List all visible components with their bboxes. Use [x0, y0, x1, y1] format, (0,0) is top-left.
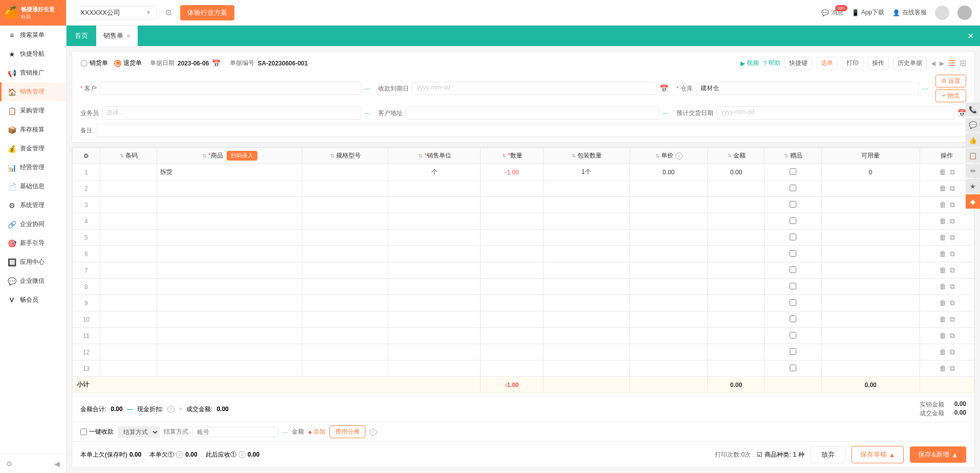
row-gift[interactable]	[765, 311, 821, 328]
row-gift[interactable]	[765, 246, 821, 262]
row-product[interactable]	[157, 311, 302, 328]
video-link[interactable]: ▶ 视频	[741, 59, 759, 67]
sidebar-item-ops[interactable]: 📊 经营管理	[0, 158, 66, 177]
print-btn[interactable]: 打印	[842, 57, 863, 70]
copy-row-btn[interactable]: ⧉	[949, 216, 956, 227]
history-btn[interactable]: 历史单据	[893, 57, 927, 70]
row-qty[interactable]	[481, 311, 543, 328]
copy-row-btn[interactable]: ⧉	[949, 330, 956, 341]
row-gift[interactable]	[765, 164, 821, 181]
row-product[interactable]	[157, 262, 302, 279]
account-input[interactable]	[192, 427, 278, 437]
row-spec[interactable]	[302, 361, 388, 377]
gift-checkbox[interactable]	[790, 316, 796, 322]
copy-row-btn[interactable]: ⧉	[949, 183, 956, 194]
row-amount[interactable]	[708, 295, 765, 311]
row-gift[interactable]	[765, 344, 821, 361]
sidebar-item-fund[interactable]: 💰 资金管理	[0, 139, 66, 158]
sidebar-item-quicknav[interactable]: ★ 快捷导航	[0, 44, 66, 63]
row-barcode[interactable]	[100, 295, 157, 311]
row-qty[interactable]	[481, 213, 543, 230]
row-pkg-qty[interactable]	[543, 246, 629, 262]
row-pkg-qty[interactable]	[543, 311, 629, 328]
gift-checkbox[interactable]	[790, 250, 796, 257]
row-product[interactable]	[157, 181, 302, 197]
row-pkg-qty[interactable]	[543, 197, 629, 213]
row-unit[interactable]	[388, 328, 481, 344]
row-spec[interactable]	[302, 279, 388, 295]
sidebar-item-corpwx[interactable]: 💬 企业微信	[0, 272, 66, 290]
row-qty[interactable]	[481, 328, 543, 344]
row-amount[interactable]	[708, 197, 765, 213]
row-gift[interactable]	[765, 361, 821, 377]
row-gift[interactable]	[765, 213, 821, 230]
row-barcode[interactable]	[100, 361, 157, 377]
row-barcode[interactable]	[100, 164, 157, 181]
row-pkg-qty[interactable]	[543, 262, 629, 279]
row-product[interactable]	[157, 295, 302, 311]
prev-icon[interactable]: ◀	[931, 60, 935, 67]
float-icon-orange[interactable]: ◆	[966, 194, 980, 209]
select-order-btn[interactable]: 选单	[816, 57, 838, 70]
row-pkg-qty[interactable]	[543, 328, 629, 344]
row-qty[interactable]	[481, 197, 543, 213]
row-gift[interactable]	[765, 181, 821, 197]
row-product[interactable]	[157, 328, 302, 344]
sidebar-item-sys[interactable]: ⚙ 系统管理	[0, 196, 66, 215]
copy-row-btn[interactable]: ⧉	[949, 199, 956, 210]
row-unit[interactable]	[388, 311, 481, 328]
radio-sales-order[interactable]: 销货单	[80, 59, 108, 67]
delete-row-btn[interactable]: 🗑	[938, 216, 947, 226]
sidebar-item-marketing[interactable]: 📢 营销推广	[0, 63, 66, 82]
row-unit-price[interactable]: 0.00	[629, 164, 708, 181]
row-barcode[interactable]	[100, 181, 157, 197]
tab-close-icon[interactable]: ✕	[126, 33, 130, 39]
copy-row-btn[interactable]: ⧉	[949, 249, 956, 259]
copy-row-btn[interactable]: ⧉	[949, 281, 956, 292]
row-unit-price[interactable]	[629, 344, 708, 361]
customer-address-input[interactable]	[406, 106, 659, 120]
row-pkg-qty[interactable]	[543, 181, 629, 197]
sidebar-item-guide[interactable]: 🎯 新手引导	[0, 234, 66, 253]
gift-checkbox[interactable]	[790, 185, 796, 191]
remarks-input[interactable]	[96, 124, 966, 137]
gift-checkbox[interactable]	[790, 348, 796, 355]
row-qty[interactable]	[481, 230, 543, 246]
row-pkg-qty[interactable]	[543, 295, 629, 311]
row-product[interactable]	[157, 197, 302, 213]
row-spec[interactable]	[302, 311, 388, 328]
row-unit-price[interactable]	[629, 213, 708, 230]
th-settings[interactable]: ⚙	[73, 148, 100, 164]
delete-row-btn[interactable]: 🗑	[938, 330, 947, 341]
copy-row-btn[interactable]: ⧉	[949, 363, 956, 374]
delete-row-btn[interactable]: 🗑	[938, 314, 947, 324]
copy-row-btn[interactable]: ⧉	[949, 167, 956, 177]
app-download-button[interactable]: 📱 App下载	[852, 8, 884, 17]
save-new-button[interactable]: 保存&新增 ▲	[910, 446, 966, 463]
float-icon-phone[interactable]: 📞	[966, 102, 980, 117]
one-click-checkbox[interactable]	[80, 429, 87, 435]
row-qty[interactable]	[481, 181, 543, 197]
row-qty[interactable]	[481, 279, 543, 295]
address-dots[interactable]: ···	[662, 109, 668, 117]
row-unit-price[interactable]	[629, 295, 708, 311]
sidebar-item-stock[interactable]: 📦 库存核算	[0, 120, 66, 139]
operate-btn[interactable]: 操作	[867, 57, 889, 70]
gift-checkbox[interactable]	[790, 168, 796, 175]
row-gift[interactable]	[765, 230, 821, 246]
row-amount[interactable]	[708, 328, 765, 344]
message-button[interactable]: 💬 消息 99+	[821, 8, 843, 17]
row-amount[interactable]	[708, 262, 765, 279]
row-product[interactable]	[157, 344, 302, 361]
delete-row-btn[interactable]: 🗑	[938, 199, 947, 210]
checkbox-product-type[interactable]: ☑	[757, 451, 763, 458]
row-qty[interactable]	[481, 344, 543, 361]
row-gift[interactable]	[765, 197, 821, 213]
payment-due-input[interactable]: yyyy-mm-dd	[412, 82, 656, 95]
row-gift[interactable]	[765, 295, 821, 311]
row-unit-price[interactable]	[629, 311, 708, 328]
warehouse-input[interactable]: 建材仓	[696, 82, 919, 95]
float-icon-edit[interactable]: ✏	[966, 164, 980, 178]
dots-icon[interactable]: ···	[282, 429, 288, 436]
row-spec[interactable]	[302, 230, 388, 246]
